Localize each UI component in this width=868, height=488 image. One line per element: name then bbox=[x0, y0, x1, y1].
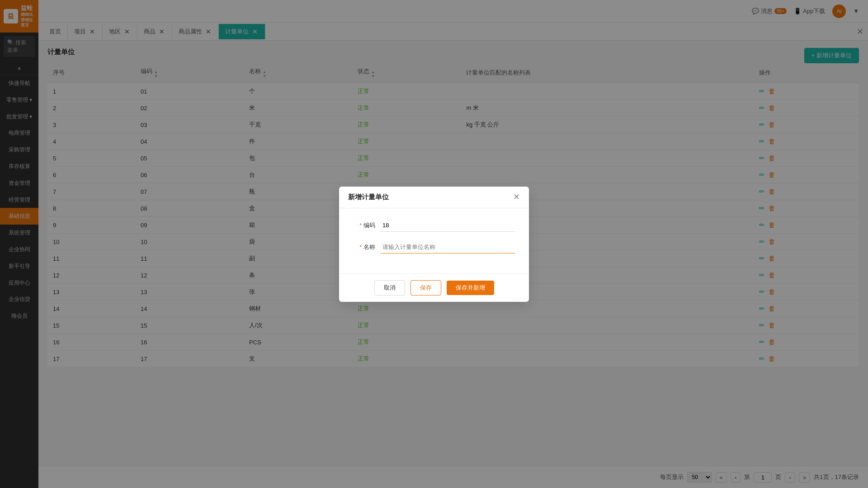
code-label: 编码 bbox=[353, 221, 375, 230]
dialog-close-button[interactable]: ✕ bbox=[513, 193, 520, 201]
modal-overlay[interactable]: 新增计量单位 ✕ 编码 名称 取消 保存 保存并新增 bbox=[0, 0, 868, 488]
dialog-footer: 取消 保存 保存并新增 bbox=[339, 273, 529, 302]
code-input[interactable] bbox=[381, 219, 515, 232]
code-form-row: 编码 bbox=[353, 219, 515, 232]
dialog-title: 新增计量单位 bbox=[348, 193, 389, 202]
save-button[interactable]: 保存 bbox=[410, 280, 441, 296]
add-measure-unit-dialog: 新增计量单位 ✕ 编码 名称 取消 保存 保存并新增 bbox=[339, 187, 529, 302]
dialog-body: 编码 名称 bbox=[339, 208, 529, 273]
cancel-button[interactable]: 取消 bbox=[374, 280, 405, 296]
name-input[interactable] bbox=[381, 241, 515, 253]
save-and-new-button[interactable]: 保存并新增 bbox=[447, 281, 494, 295]
dialog-header: 新增计量单位 ✕ bbox=[339, 187, 529, 208]
name-form-row: 名称 bbox=[353, 241, 515, 253]
name-label: 名称 bbox=[353, 243, 375, 251]
